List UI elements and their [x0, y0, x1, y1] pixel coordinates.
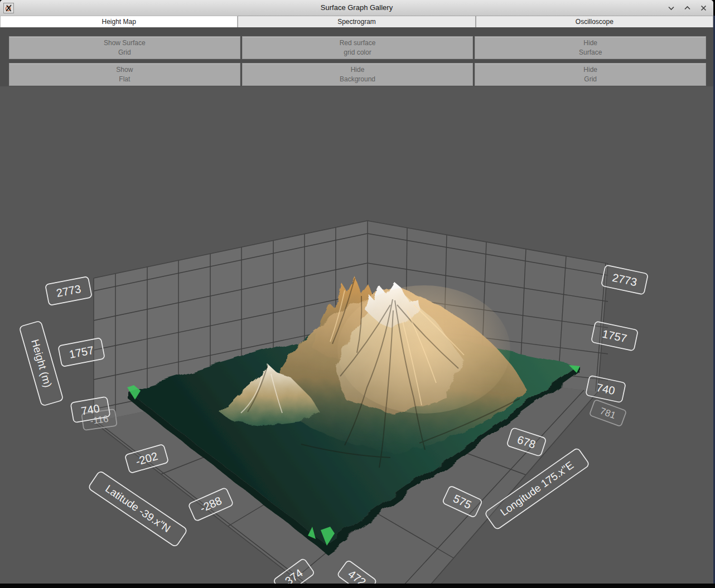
toolbar: Show Surface Grid Red surface grid color…: [9, 36, 706, 86]
tab-oscilloscope[interactable]: Oscilloscope: [476, 16, 713, 27]
minimize-button[interactable]: [666, 3, 675, 12]
app-window: Surface Graph Gallery Height Map Spectro…: [0, 0, 713, 584]
hide-surface-button[interactable]: Hide Surface: [475, 36, 706, 59]
chevron-down-icon: [668, 4, 675, 12]
close-icon: [700, 4, 707, 12]
hide-grid-button[interactable]: Hide Grid: [475, 63, 706, 86]
window-title: Surface Graph Gallery: [0, 0, 713, 16]
tab-spectrogram[interactable]: Spectrogram: [238, 16, 475, 27]
tab-bar: Height Map Spectrogram Oscilloscope: [0, 16, 713, 27]
close-button[interactable]: [699, 3, 708, 12]
show-surface-grid-button[interactable]: Show Surface Grid: [9, 36, 240, 59]
surface-grid-color-button[interactable]: Red surface grid color: [242, 36, 474, 59]
show-flat-button[interactable]: Show Flat: [9, 63, 240, 86]
chevron-up-icon: [684, 4, 691, 12]
surface-3d-view[interactable]: -116 781 2773 1757: [0, 86, 713, 584]
height-map-page: Show Surface Grid Red surface grid color…: [0, 27, 713, 584]
hide-background-button[interactable]: Hide Background: [242, 63, 474, 86]
desktop-bottom-bar: [0, 584, 715, 588]
maximize-button[interactable]: [683, 3, 692, 12]
titlebar[interactable]: Surface Graph Gallery: [0, 0, 713, 16]
tab-height-map[interactable]: Height Map: [0, 16, 238, 27]
